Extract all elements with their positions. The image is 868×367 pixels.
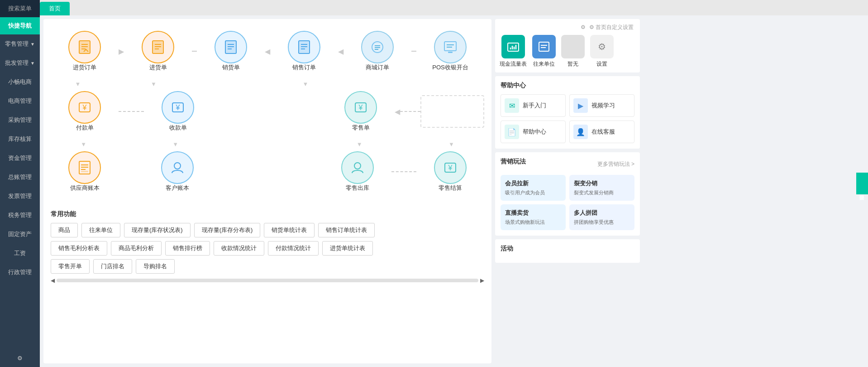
flow-node-retail-bill[interactable]: ¥ 零售单 [327, 91, 395, 132]
flow-node-sales-bill[interactable]: 销货单 [197, 31, 265, 72]
sales-order-label: 销售订单 [292, 63, 316, 72]
flow-node-pos[interactable]: POS收银开台 [416, 31, 484, 72]
svg-rect-27 [448, 52, 453, 53]
marketing-header: 营销玩法 更多营销玩法 > [501, 158, 634, 170]
quick-icon-counterpart[interactable]: 往来单位 [532, 35, 556, 68]
purchase-order-label: 进货订单 [73, 63, 96, 72]
flow-node-payment[interactable]: ¥ 付款单 [51, 91, 119, 132]
help-item-video[interactable]: ▶ 视频学习 [569, 94, 634, 117]
marketing-live-desc: 场景式购物新玩法 [505, 219, 561, 226]
func-btn-sales-order-stat[interactable]: 销售订单统计表 [318, 223, 375, 237]
supplier-account-circle[interactable] [68, 151, 101, 184]
flow-node-retail-outbound[interactable]: 零售出库 [324, 151, 391, 192]
quick-icon-settings[interactable]: ⚙ 设置 [590, 35, 614, 68]
cashflow-label: 现金流量表 [500, 60, 527, 68]
chevron-down-icon: ▼ [30, 61, 35, 66]
quick-icon-cashflow[interactable]: 现金流量表 [500, 35, 527, 68]
retail-settlement-circle[interactable]: ¥ [434, 151, 467, 184]
sidebar-nav-header: 快捷导航 [0, 17, 40, 34]
quick-icon-none[interactable]: 暂无 [561, 35, 585, 68]
func-btn-store-rank[interactable]: 门店排名 [93, 259, 132, 274]
retail-outbound-circle[interactable] [341, 151, 374, 184]
marketing-group[interactable]: 多人拼团 拼团购物享受优惠 [569, 204, 634, 230]
flow-node-mall-order[interactable]: 商城订单 [343, 31, 411, 72]
sidebar-item-fixed-assets[interactable]: 固定资产 [0, 225, 40, 244]
flow-node-sales-order[interactable]: 销售订单 [270, 31, 338, 72]
sidebar-item-invoice[interactable]: 发票管理 [0, 187, 40, 206]
sidebar-item-finance[interactable]: 资金管理 [0, 149, 40, 168]
func-btn-payment-stat[interactable]: 付款情况统计 [268, 241, 319, 256]
sidebar-item-tax[interactable]: 税务管理 [0, 206, 40, 225]
flow-node-purchase-bill[interactable]: 进货单 [124, 31, 192, 72]
mall-order-circle[interactable] [361, 31, 394, 63]
sidebar-search[interactable]: 搜索菜单 [0, 0, 40, 17]
float-btn-desktop[interactable]: 桌面快捷 [856, 187, 868, 194]
func-btn-sales-margin[interactable]: 销售毛利分析表 [51, 241, 107, 256]
func-btn-purchase-stat[interactable]: 进货单统计表 [322, 241, 373, 256]
main-area: 首页 进货订单 ▶ [40, 0, 868, 367]
v-arrows-1: ▼ ▼ ▼ [51, 81, 484, 87]
sidebar-item-payroll[interactable]: 工资 [0, 244, 40, 263]
flow-node-customer-account[interactable]: 客户账本 [143, 151, 211, 192]
sales-bill-circle[interactable] [215, 31, 247, 63]
help-item-beginner[interactable]: ✉ 新手入门 [501, 94, 566, 117]
scroll-right-button[interactable]: ▶ [480, 277, 484, 284]
retail-bill-circle[interactable]: ¥ [344, 91, 377, 124]
customize-settings-link[interactable]: ⚙ ⚙ 首页自定义设置 [500, 24, 635, 31]
func-btn-sales-stat[interactable]: 销货单统计表 [264, 223, 315, 237]
sidebar-item-ecom-small[interactable]: 小畅电商 [0, 72, 40, 92]
pos-circle[interactable] [434, 31, 467, 63]
sidebar-item-wholesale[interactable]: 批发管理 ▼ [0, 53, 40, 72]
more-marketing-link[interactable]: 更多营销玩法 > [597, 160, 634, 168]
sidebar-settings-button[interactable]: ⚙ [0, 349, 40, 367]
gear-icon: ⚙ [581, 24, 586, 30]
activity-title: 活动 [501, 245, 634, 253]
func-btn-goods[interactable]: 商品 [51, 223, 78, 237]
scrollbar-track[interactable] [57, 279, 478, 282]
flow-node-receipt[interactable]: ¥ 收款单 [144, 91, 212, 132]
scroll-left-button[interactable]: ◀ [51, 277, 55, 284]
help-item-online-service[interactable]: 👤 在线客服 [569, 121, 634, 143]
sales-order-circle[interactable] [288, 31, 320, 63]
sidebar-item-retail[interactable]: 零售管理 ▼ [0, 34, 40, 53]
tab-home[interactable]: 首页 [40, 2, 70, 15]
sidebar-item-admin[interactable]: 行政管理 [0, 263, 40, 282]
float-btn-service[interactable]: 客服热线 [856, 173, 868, 180]
none-icon-box [561, 35, 585, 58]
func-btn-counterpart[interactable]: 往来单位 [81, 223, 120, 237]
marketing-panel: 营销玩法 更多营销玩法 > 会员拉新 吸引用户成为会员 裂变分销 裂变式发展分销… [495, 152, 640, 236]
purchase-bill-circle[interactable] [142, 31, 174, 63]
tab-bar: 首页 [40, 0, 868, 15]
float-btn-community[interactable]: 服务社区 [856, 180, 868, 187]
sidebar-item-purchase[interactable]: 采购管理 [0, 111, 40, 130]
counterpart-icon-box [532, 35, 556, 58]
payment-circle[interactable]: ¥ [68, 91, 101, 124]
beginner-label: 新手入门 [523, 101, 546, 110]
video-icon: ▶ [573, 98, 588, 113]
func-btn-goods-margin[interactable]: 商品毛利分析 [111, 241, 162, 256]
quick-icons-row: 现金流量表 往来单位 暂无 [500, 35, 635, 68]
customer-account-circle[interactable] [161, 151, 194, 184]
func-btn-receipt-stat[interactable]: 收款情况统计 [214, 241, 264, 256]
func-btn-sales-rank[interactable]: 销售排行榜 [165, 241, 210, 256]
sidebar-item-ecom[interactable]: 电商管理 [0, 92, 40, 111]
purchase-bill-label: 进货单 [149, 63, 167, 72]
sidebar-item-inventory[interactable]: 库存核算 [0, 130, 40, 149]
flow-node-purchase-order[interactable]: 进货订单 [51, 31, 119, 72]
receipt-circle[interactable]: ¥ [162, 91, 194, 124]
marketing-fission[interactable]: 裂变分销 裂变式发展分销商 [569, 175, 634, 201]
purchase-order-circle[interactable] [68, 31, 101, 63]
marketing-title: 营销玩法 [501, 158, 526, 166]
sidebar-item-ledger[interactable]: 总账管理 [0, 168, 40, 187]
sidebar-item-label: 零售管理 [5, 40, 29, 48]
func-btn-inventory-status[interactable]: 现存量(库存状况表) [124, 223, 191, 237]
pos-label: POS收银开台 [432, 63, 468, 72]
flow-node-supplier-account[interactable]: 供应商账本 [51, 151, 119, 192]
func-btn-inventory-dist[interactable]: 现存量(库存分布表) [194, 223, 261, 237]
marketing-live[interactable]: 直播卖货 场景式购物新玩法 [501, 204, 566, 230]
help-item-helpcenter[interactable]: 📄 帮助中心 [501, 121, 566, 143]
flow-node-retail-settlement[interactable]: ¥ 零售结算 [416, 151, 484, 192]
func-btn-retail-order[interactable]: 零售开单 [51, 259, 90, 274]
marketing-member[interactable]: 会员拉新 吸引用户成为会员 [501, 175, 566, 201]
func-btn-guide-rank[interactable]: 导购排名 [136, 259, 175, 274]
